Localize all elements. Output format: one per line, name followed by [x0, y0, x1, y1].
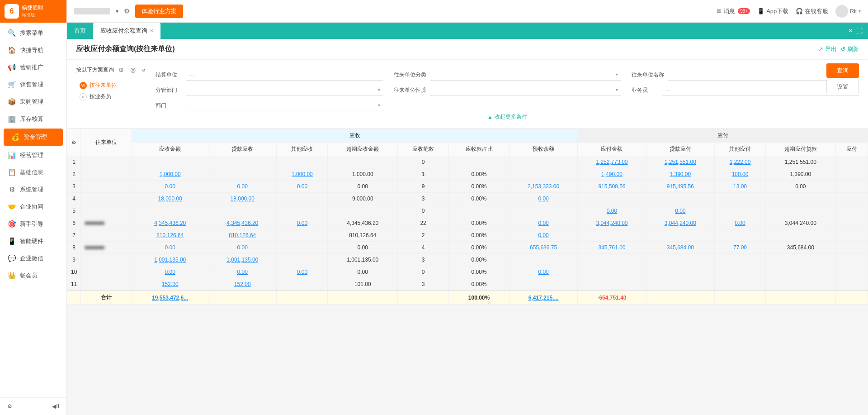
- table-row: 100.000.000.000.0000.00%0.00: [67, 266, 868, 278]
- collapse-filter-row[interactable]: ▲ 收起更多条件: [156, 111, 859, 123]
- col-ap-amount: 应付金额: [578, 143, 646, 156]
- footer-ap-amount: -654,751.40: [578, 291, 646, 305]
- sidebar-item-system[interactable]: ⚙ 系统管理: [0, 181, 66, 198]
- user-area: Rit ▾: [835, 5, 861, 18]
- username[interactable]: Rit: [850, 8, 857, 14]
- sidebar-item-label: 新手引导: [20, 220, 43, 228]
- sidebar-item-label: 营销推广: [20, 63, 43, 72]
- tab-home[interactable]: 首页: [67, 23, 93, 39]
- filter-item-dept: 分管部门 ▾: [156, 84, 383, 96]
- sidebar-item-label: 企业微信: [20, 254, 43, 262]
- sidebar-item-label: 畅会员: [20, 272, 38, 280]
- scheme-item-salesperson[interactable]: ○ 按业务员: [76, 91, 148, 102]
- table-row: 30.000.000.000.0090.00%2,153,333.00915,5…: [67, 181, 868, 193]
- col-company: 往来单位: [81, 129, 132, 156]
- settings-footer-icon[interactable]: ⚙: [7, 403, 12, 410]
- sidebar-item-member[interactable]: 👑 畅会员: [0, 267, 66, 284]
- query-button[interactable]: 查询: [826, 63, 859, 78]
- sidebar-item-inventory[interactable]: 🏢 库存核算: [0, 110, 66, 128]
- table-settings-col[interactable]: ⚙: [67, 129, 81, 156]
- page-title: 应收应付余额查询(按往来单位): [76, 44, 175, 54]
- add-scheme-icon[interactable]: ⊕: [117, 65, 126, 74]
- table-footer-row: 合计 19,553,472,6... 100.00% 6,417,215....…: [67, 291, 868, 305]
- app-download-action[interactable]: 📱 App下载: [757, 7, 788, 15]
- collapse-label: 收起更多条件: [495, 113, 527, 121]
- footer-label: 合计: [81, 291, 132, 305]
- sidebar-item-operation[interactable]: 📊 经营管理: [0, 147, 66, 164]
- close-window-icon[interactable]: ×: [849, 27, 853, 35]
- scheme-collapse-icon[interactable]: «: [140, 65, 147, 74]
- filter-item-subdept: 部门 ▾: [156, 100, 383, 111]
- table-row: 11152.00152.00101.0030.00%: [67, 278, 868, 291]
- sidebar-item-label: 基础信息: [20, 168, 43, 176]
- basic-icon: 📋: [7, 168, 16, 176]
- operation-icon: 📊: [7, 151, 16, 159]
- tab-ar-query[interactable]: 应收应付余额查询 ×: [93, 23, 160, 39]
- export-icon: ↗: [818, 46, 823, 52]
- sidebar-item-quicknav[interactable]: 🏠 快捷导航: [0, 42, 66, 59]
- filter-item-category: 往来单位分类 ▾: [394, 69, 621, 81]
- footer-ar-prepay[interactable]: 6,417,215....: [509, 291, 577, 305]
- query-buttons: 查询 设置: [826, 63, 859, 94]
- export-button[interactable]: ↗ 导出: [818, 45, 837, 53]
- filter-company-input[interactable]: ···: [186, 69, 383, 81]
- trial-button[interactable]: 体验行业方案: [135, 5, 183, 18]
- filter-dept-input[interactable]: ▾: [186, 84, 383, 96]
- scheme-clock-icon: ○: [80, 93, 87, 100]
- sidebar-item-hardware[interactable]: 📱 智能硬件: [0, 233, 66, 250]
- download-icon: 📱: [757, 8, 764, 14]
- sidebar-item-enterprise[interactable]: 🤝 企业协同: [0, 198, 66, 215]
- setting-button[interactable]: 设置: [826, 80, 859, 94]
- user-dropdown-icon[interactable]: ▾: [859, 9, 861, 14]
- breadcrumb-dropdown-icon[interactable]: ▾: [116, 8, 118, 14]
- maximize-window-icon[interactable]: ⛶: [856, 27, 863, 34]
- footer-empty: [67, 291, 81, 305]
- settings-gear-icon[interactable]: ⚙: [124, 7, 130, 15]
- table-row: 418,000.0018,000.009,000.0030.00%0.00: [67, 193, 868, 205]
- app-download-label: App下载: [766, 7, 788, 15]
- filter-category-input[interactable]: ▾: [430, 69, 621, 81]
- sidebar-item-sales[interactable]: 🛒 销售管理: [0, 76, 66, 93]
- footer-ar-amount[interactable]: 19,553,472,6...: [132, 291, 208, 305]
- system-icon: ⚙: [7, 186, 16, 194]
- app-name: 畅捷通财: [22, 5, 43, 12]
- member-icon: 👑: [7, 272, 16, 280]
- sidebar-item-search[interactable]: 🔍 搜索菜单: [0, 24, 66, 42]
- sidebar-item-purchase[interactable]: 📦 采购管理: [0, 93, 66, 110]
- filter-subdept-input[interactable]: ▾: [186, 100, 383, 111]
- scheme-settings-icon[interactable]: ◎: [128, 65, 137, 74]
- message-icon: ✉: [717, 8, 722, 14]
- collapse-footer-icon[interactable]: ◀II: [52, 403, 59, 410]
- sidebar-item-guide[interactable]: 🎯 新手引导: [0, 215, 66, 233]
- sidebar-footer: ⚙ ◀II: [0, 397, 66, 415]
- messages-action[interactable]: ✉ 消息 99+: [717, 7, 750, 15]
- app-version: 标准版: [22, 12, 43, 18]
- data-table: ⚙ 往来单位 应收 应付 应收金额 贷款应收 其他应收 超期应收金额 应收笔数 …: [67, 129, 868, 305]
- scheme-item-company[interactable]: W 按往来单位: [76, 80, 148, 91]
- refresh-button[interactable]: ↺ 刷新: [840, 45, 859, 53]
- page-header: 应收应付余额查询(按往来单位) ↗ 导出 ↺ 刷新: [67, 39, 868, 60]
- filter-area: 按以下方案查询 ⊕ ◎ « W 按往来单位 ○ 按业务员: [67, 60, 868, 129]
- col-ap: 应付: [835, 143, 868, 156]
- filter-scheme-panel: 按以下方案查询 ⊕ ◎ « W 按往来单位 ○ 按业务员: [76, 65, 148, 104]
- col-ar-ratio: 应收款占比: [449, 143, 509, 156]
- table-area[interactable]: ⚙ 往来单位 应收 应付 应收金额 贷款应收 其他应收 超期应收金额 应收笔数 …: [67, 129, 868, 378]
- sidebar-item-wechat[interactable]: 💬 企业微信: [0, 250, 66, 267]
- sidebar-item-marketing[interactable]: 📢 营销推广: [0, 59, 66, 76]
- wechat-icon: 💬: [7, 254, 16, 262]
- col-ar-amount: 应收金额: [132, 143, 208, 156]
- col-ar-other: 其他应收: [277, 143, 328, 156]
- sidebar-item-label: 经营管理: [20, 151, 43, 159]
- header-actions: ✉ 消息 99+ 📱 App下载 🎧 在线客服 Rit ▾: [717, 5, 861, 18]
- online-service-action[interactable]: 🎧 在线客服: [796, 7, 828, 15]
- filter-nature-input[interactable]: ▾: [430, 84, 621, 96]
- finance-icon: 💰: [11, 133, 20, 141]
- messages-badge: 99+: [738, 8, 750, 14]
- sidebar-item-basic[interactable]: 📋 基础信息: [0, 164, 66, 181]
- sidebar-item-label: 资金管理: [24, 133, 47, 141]
- table-row: 7810,126.64810,126.64810,126.6420.00%0.0…: [67, 229, 868, 242]
- table-row: 500.000.00: [67, 205, 868, 217]
- col-ap-other: 其他应付: [715, 143, 766, 156]
- sidebar-item-finance[interactable]: 💰 资金管理: [4, 129, 63, 146]
- tab-close-icon[interactable]: ×: [150, 28, 153, 34]
